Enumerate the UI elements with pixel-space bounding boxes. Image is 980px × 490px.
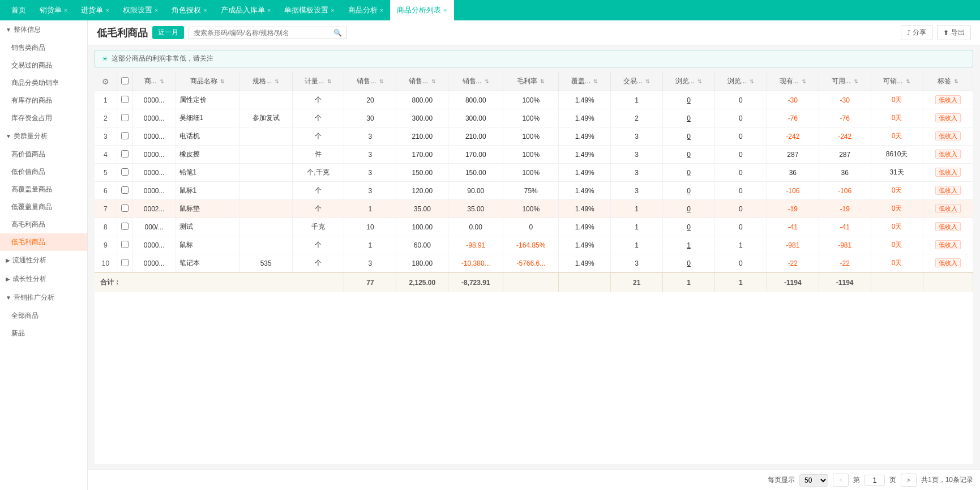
row-view1[interactable]: 0: [663, 146, 715, 164]
sidebar-group-marketing[interactable]: ▼ 营销推广分析: [0, 288, 87, 307]
row-view1[interactable]: 0: [663, 200, 715, 218]
row-checkbox[interactable]: [121, 241, 129, 248]
nav-purchase-order[interactable]: 进货单 ×: [74, 0, 115, 20]
row-sale-count: 30: [344, 109, 396, 127]
row-checkbox[interactable]: [121, 186, 129, 194]
row-checkbox[interactable]: [121, 150, 129, 157]
row-checkbox[interactable]: [121, 168, 129, 176]
row-view1[interactable]: 0: [663, 254, 715, 273]
row-checkbox[interactable]: [121, 132, 129, 139]
prev-page-button[interactable]: ＜: [833, 474, 849, 487]
next-page-button[interactable]: ＞: [901, 474, 917, 487]
select-all-checkbox[interactable]: [121, 77, 129, 84]
col-sale-amount[interactable]: 销售... ⇅: [396, 72, 448, 91]
close-icon[interactable]: ×: [64, 7, 67, 14]
sort-icon: ⇅: [750, 79, 754, 84]
sidebar-item-sales-products[interactable]: 销售类商品: [0, 39, 87, 57]
row-checkbox[interactable]: [121, 96, 129, 103]
row-current: -19: [767, 200, 819, 218]
nav-template-setting[interactable]: 单据模板设置 ×: [277, 0, 341, 20]
row-view1[interactable]: 0: [663, 218, 715, 236]
sidebar-item-low-coverage[interactable]: 低覆盖量商品: [0, 198, 87, 216]
nav-home[interactable]: 首页: [5, 0, 33, 20]
close-icon[interactable]: ×: [267, 7, 271, 14]
col-code[interactable]: 商... ⇅: [132, 72, 176, 91]
close-icon[interactable]: ×: [105, 7, 109, 14]
col-settings[interactable]: ⚙: [95, 72, 117, 91]
close-icon[interactable]: ×: [443, 7, 447, 14]
row-code: 0000...: [132, 236, 176, 254]
sidebar-item-high-margin[interactable]: 高毛利商品: [0, 216, 87, 233]
page-number-input[interactable]: [865, 475, 885, 486]
row-saleable: 0天: [871, 91, 923, 109]
col-current[interactable]: 现有... ⇅: [767, 72, 819, 91]
nav-role-auth[interactable]: 角色授权 ×: [165, 0, 213, 20]
col-spec[interactable]: 规格... ⇅: [239, 72, 292, 91]
search-icon[interactable]: 🔍: [333, 29, 342, 37]
col-saleable[interactable]: 可销... ⇅: [871, 72, 923, 91]
row-view1[interactable]: 1: [663, 236, 715, 254]
row-current: 287: [767, 146, 819, 164]
page-size-select[interactable]: 50 100 200: [799, 474, 828, 487]
sidebar-item-capital-usage[interactable]: 库存资金占用: [0, 109, 87, 127]
row-checkbox[interactable]: [121, 259, 129, 266]
nav-product-analysis-list[interactable]: 商品分析列表 ×: [390, 0, 453, 20]
row-view1[interactable]: 0: [663, 182, 715, 200]
col-unit[interactable]: 计量... ⇅: [292, 72, 344, 91]
row-view1[interactable]: 0: [663, 164, 715, 182]
export-button[interactable]: ⬆ 导出: [937, 25, 971, 40]
sidebar-group-cluster[interactable]: ▼ 类群量分析: [0, 127, 87, 146]
sort-icon: ⇅: [593, 79, 598, 84]
chevron-right-icon: ▶: [6, 276, 10, 282]
sidebar-item-new-products[interactable]: 新品: [0, 325, 87, 342]
row-coverage: 1.49%: [559, 236, 611, 254]
row-checkbox[interactable]: [121, 114, 129, 121]
sidebar-group-circulation[interactable]: ▶ 流通性分析: [0, 251, 87, 270]
sidebar-item-category-rate[interactable]: 商品分类助销率: [0, 74, 87, 92]
sidebar-item-high-value[interactable]: 高价值商品: [0, 146, 87, 163]
col-trade[interactable]: 交易... ⇅: [611, 72, 663, 91]
sort-icon: ⇅: [275, 79, 279, 84]
row-index: 1: [95, 91, 117, 109]
nav-permission[interactable]: 权限设置 ×: [116, 0, 165, 20]
nav-sales-order[interactable]: 销货单 ×: [33, 0, 74, 20]
sidebar-item-all-products[interactable]: 全部商品: [0, 307, 87, 325]
col-name[interactable]: 商品名称 ⇅: [176, 72, 239, 91]
row-checkbox[interactable]: [121, 223, 129, 230]
row-gross-margin: 100%: [503, 146, 559, 164]
nav-product-analysis[interactable]: 商品分析 ×: [341, 0, 390, 20]
sidebar-group-growth[interactable]: ▶ 成长性分析: [0, 270, 87, 288]
close-icon[interactable]: ×: [331, 7, 334, 14]
row-view1[interactable]: 0: [663, 91, 715, 109]
settings-icon[interactable]: ⚙: [102, 77, 109, 86]
row-view1[interactable]: 0: [663, 109, 715, 127]
period-button[interactable]: 近一月: [152, 26, 184, 39]
col-available[interactable]: 可用... ⇅: [819, 72, 871, 91]
sidebar-item-in-stock[interactable]: 有库存的商品: [0, 92, 87, 109]
nav-product-stock[interactable]: 产成品入库单 ×: [214, 0, 277, 20]
horizontal-scrollbar[interactable]: [95, 464, 973, 470]
close-icon[interactable]: ×: [155, 7, 158, 14]
row-view1[interactable]: 0: [663, 127, 715, 146]
col-sale-profit[interactable]: 销售... ⇅: [448, 72, 503, 91]
sidebar-item-low-margin[interactable]: 低毛利商品: [0, 233, 87, 251]
row-checkbox[interactable]: [121, 204, 129, 212]
col-gross-margin[interactable]: 毛利率 ⇅: [503, 72, 559, 91]
sidebar-item-traded-products[interactable]: 交易过的商品: [0, 57, 87, 74]
col-coverage[interactable]: 覆盖... ⇅: [559, 72, 611, 91]
col-view2[interactable]: 浏览... ⇅: [714, 72, 767, 91]
share-button[interactable]: ⤴ 分享: [901, 25, 932, 40]
total-info: 共1页，10条记录: [921, 475, 973, 485]
col-sale-count[interactable]: 销售... ⇅: [344, 72, 396, 91]
search-input[interactable]: [194, 29, 331, 37]
sidebar-item-high-coverage[interactable]: 高覆盖量商品: [0, 181, 87, 198]
sidebar-group-overall[interactable]: ▼ 整体信息: [0, 20, 87, 39]
sort-icon: ⇅: [431, 79, 436, 84]
col-tag[interactable]: 标签 ⇅: [923, 72, 973, 91]
row-coverage: 1.49%: [559, 127, 611, 146]
close-icon[interactable]: ×: [380, 7, 383, 14]
sidebar-item-low-value[interactable]: 低价值商品: [0, 163, 87, 181]
col-view1[interactable]: 浏览... ⇅: [663, 72, 715, 91]
close-icon[interactable]: ×: [203, 7, 207, 14]
row-saleable: 0天: [871, 182, 923, 200]
